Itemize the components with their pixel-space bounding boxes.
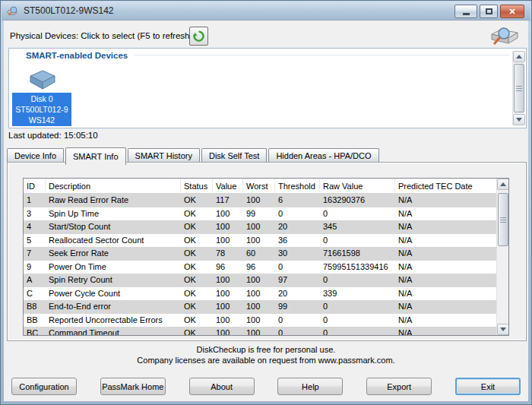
cell-threshold: 0 <box>275 207 320 221</box>
cell-predicted-tec-date: N/A <box>395 220 496 234</box>
tab-device-info[interactable]: Device Info <box>7 148 64 163</box>
cell-value: 100 <box>213 220 243 234</box>
device-line2: ST500LT012-9 <box>12 104 71 115</box>
cell-predicted-tec-date: N/A <box>395 234 496 248</box>
devices-scrollbar[interactable] <box>512 51 524 125</box>
cell-status: OK <box>181 274 213 287</box>
button-bar: ConfigurationPassMark HomeAboutHelpExpor… <box>11 378 521 395</box>
table-row[interactable]: 5Reallocated Sector CountOK100100360N/A <box>24 234 496 248</box>
refresh-button[interactable] <box>189 27 208 46</box>
column-header-predicted-tec-date[interactable]: Predicted TEC Date <box>395 179 508 194</box>
table-scroll-thumb[interactable] <box>498 193 508 246</box>
scroll-up-icon[interactable] <box>513 51 525 62</box>
smart-info-tab-page: IDDescriptionStatusValueWorstThresholdRa… <box>7 162 527 341</box>
cell-raw-value: 0 <box>320 274 395 287</box>
scroll-down-icon[interactable] <box>497 324 509 335</box>
title-bar[interactable]: ST500LT012-9WS142 ✕ <box>2 2 530 21</box>
cell-value: 100 <box>213 207 243 221</box>
cell-description: Power Cycle Count <box>46 287 181 301</box>
cell-value: 96 <box>213 261 243 274</box>
cell-threshold: 20 <box>275 220 320 234</box>
table-row[interactable]: ASpin Retry CountOK100100970N/A <box>24 274 496 287</box>
cell-predicted-tec-date: N/A <box>395 314 496 327</box>
table-body: 1Raw Read Error RateOK1171006163290376N/… <box>24 194 496 335</box>
cell-description: Spin Retry Count <box>46 274 181 287</box>
cell-id: A <box>24 274 46 287</box>
app-icon <box>7 5 19 16</box>
table-row[interactable]: 1Raw Read Error RateOK1171006163290376N/… <box>24 194 496 207</box>
column-header-id[interactable]: ID <box>24 179 46 194</box>
table-scrollbar[interactable] <box>496 179 508 335</box>
column-header-status[interactable]: Status <box>181 179 213 194</box>
exit-button[interactable]: Exit <box>455 378 521 395</box>
column-header-value[interactable]: Value <box>213 179 243 194</box>
cell-worst: 100 <box>243 327 275 335</box>
cell-status: OK <box>181 194 213 207</box>
minimize-button[interactable] <box>454 5 477 18</box>
passmark-home-button[interactable]: PassMark Home <box>100 378 166 395</box>
tab-smart-info[interactable]: SMART Info <box>65 147 126 165</box>
window-title: ST500LT012-9WS142 <box>24 5 114 16</box>
cell-predicted-tec-date: N/A <box>395 327 496 335</box>
cell-raw-value: 75995151339416 <box>320 261 395 274</box>
cell-predicted-tec-date: N/A <box>395 247 496 261</box>
cell-status: OK <box>181 314 213 327</box>
cell-description: End-to-End error <box>46 300 181 314</box>
export-button[interactable]: Export <box>366 378 432 395</box>
cell-predicted-tec-date: N/A <box>395 194 496 207</box>
disk-search-icon <box>487 24 521 48</box>
table-row[interactable]: B8End-to-End errorOK100100990N/A <box>24 300 496 314</box>
close-button[interactable]: ✕ <box>500 5 524 18</box>
tab-hidden-areas-hpa-dco[interactable]: Hidden Areas - HPA/DCO <box>268 148 378 163</box>
cell-threshold: 97 <box>275 274 320 287</box>
cell-worst: 99 <box>243 207 275 221</box>
cell-description: Seek Error Rate <box>46 247 181 261</box>
cell-status: OK <box>181 207 213 221</box>
about-button[interactable]: About <box>189 378 255 395</box>
cell-raw-value: 71661598 <box>320 247 395 261</box>
cell-value: 100 <box>213 314 243 327</box>
cell-description: Raw Read Error Rate <box>46 194 181 207</box>
table-row[interactable]: 7Seek Error RateOK78603071661598N/A <box>24 247 496 261</box>
table-row[interactable]: BBReported Uncorrectable ErrorsOK1001000… <box>24 314 496 327</box>
tab-smart-history[interactable]: SMART History <box>128 148 200 163</box>
table-row[interactable]: 4Start/Stop CountOK10010020345N/A <box>24 220 496 234</box>
cell-worst: 100 <box>243 314 275 327</box>
cell-predicted-tec-date: N/A <box>395 274 496 287</box>
cell-value: 100 <box>213 300 243 314</box>
column-header-description[interactable]: Description <box>46 179 181 194</box>
smart-attributes-table: IDDescriptionStatusValueWorstThresholdRa… <box>23 178 509 336</box>
cell-id: BC <box>24 327 46 335</box>
table-row[interactable]: CPower Cycle CountOK10010020339N/A <box>24 287 496 301</box>
cell-value: 100 <box>213 327 243 335</box>
cell-predicted-tec-date: N/A <box>395 287 496 301</box>
cell-status: OK <box>181 327 213 335</box>
cell-threshold: 36 <box>275 234 320 248</box>
cell-id: C <box>24 287 46 301</box>
cell-id: 4 <box>24 220 46 234</box>
tab-disk-self-test[interactable]: Disk Self Test <box>201 148 267 163</box>
cell-description: Start/Stop Count <box>46 220 181 234</box>
column-header-worst[interactable]: Worst <box>243 179 275 194</box>
scroll-up-icon[interactable] <box>497 179 509 190</box>
configuration-button[interactable]: Configuration <box>11 378 77 395</box>
devices-scroll-thumb[interactable] <box>514 64 524 112</box>
table-row[interactable]: 9Power On TimeOK9696075995151339416N/A <box>24 261 496 274</box>
table-row[interactable]: BCCommand TimeoutOK10010000N/A <box>24 327 496 335</box>
cell-predicted-tec-date: N/A <box>395 261 496 274</box>
scroll-down-icon[interactable] <box>513 114 525 125</box>
column-header-raw-value[interactable]: Raw Value <box>320 179 395 194</box>
cell-raw-value: 345 <box>320 220 395 234</box>
refresh-icon <box>192 30 205 43</box>
cell-worst: 100 <box>243 194 275 207</box>
cell-threshold: 99 <box>275 300 320 314</box>
device-item-disk0[interactable]: Disk 0 ST500LT012-9 WS142 <box>12 93 71 126</box>
table-row[interactable]: 3Spin Up TimeOK1009900N/A <box>24 207 496 221</box>
column-header-threshold[interactable]: Threshold <box>275 179 320 194</box>
cell-id: B8 <box>24 300 46 314</box>
maximize-button[interactable] <box>480 5 498 18</box>
cell-description: Reallocated Sector Count <box>46 234 181 248</box>
device-line3: WS142 <box>12 115 71 125</box>
help-button[interactable]: Help <box>277 378 343 395</box>
smart-devices-group-label: SMART-enabled Devices <box>23 51 131 60</box>
